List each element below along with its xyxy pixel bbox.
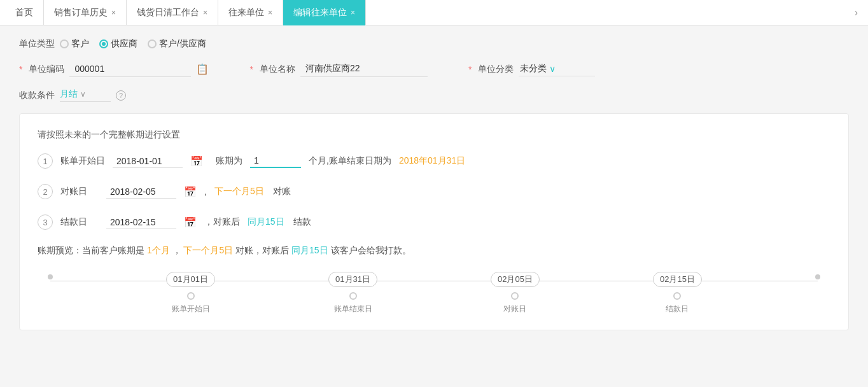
- timeline-right-dot: [815, 274, 820, 279]
- account-start-date-input[interactable]: [113, 155, 183, 168]
- tab-sales-history[interactable]: 销售订单历史 ×: [44, 0, 127, 25]
- reconcile-date-input[interactable]: [106, 185, 176, 199]
- tab-sales-history-label: 销售订单历史: [54, 7, 108, 18]
- unit-type-row: 单位类型 客户 供应商 客户/供应商: [19, 38, 849, 50]
- timeline-dot-4: [673, 292, 681, 300]
- preview-section: 账期预览：当前客户账期是 1个月 ， 下一个月5日 对账，对账后 同月15日 该…: [38, 245, 830, 257]
- radio-customer-label: 客户: [71, 38, 89, 50]
- settlement-highlight: 同月15日: [248, 216, 284, 228]
- unit-category-field: * 单位分类 未分类 ∨: [468, 62, 595, 76]
- unit-code-required-star: *: [19, 64, 22, 74]
- payment-terms-value: 月结: [60, 88, 78, 100]
- payment-terms-row: 收款条件 月结 ∨ ?: [19, 88, 849, 102]
- tab-partner-unit-label: 往来单位: [228, 7, 264, 18]
- setting-row-1-num: 1: [38, 153, 53, 169]
- settlement-post-text: 结款: [293, 216, 311, 228]
- unit-name-label: 单位名称: [260, 64, 295, 75]
- tab-partner-unit[interactable]: 往来单位 ×: [218, 0, 283, 25]
- unit-code-input[interactable]: [69, 61, 191, 77]
- timeline-date-1: 01月01日: [166, 272, 215, 287]
- tabs-scroll-right[interactable]: ›: [850, 7, 863, 18]
- tab-edit-partner[interactable]: 编辑往来单位 ×: [283, 0, 366, 25]
- radio-both-circle: [148, 39, 157, 48]
- unit-category-select[interactable]: 未分类 ∨: [519, 62, 595, 76]
- unit-code-icon[interactable]: 📋: [196, 63, 209, 75]
- payment-terms-arrow-icon: ∨: [80, 90, 86, 99]
- unit-category-label: 单位分类: [478, 64, 514, 75]
- unit-type-field: 单位类型 客户 供应商 客户/供应商: [19, 38, 206, 50]
- preview-part2: 下一个月5日: [183, 245, 233, 255]
- tabs-bar: 首页 销售订单历史 × 钱货日清工作台 × 往来单位 × 编辑往来单位 × ›: [0, 0, 868, 25]
- setting-row-1-label: 账单开始日: [60, 155, 105, 167]
- radio-customer[interactable]: 客户: [60, 38, 89, 50]
- unit-type-radio-group: 客户 供应商 客户/供应商: [60, 38, 206, 50]
- payment-terms-select[interactable]: 月结 ∨: [60, 88, 111, 102]
- timeline-item-2: 01月31日 账单结束日: [328, 272, 377, 314]
- settlement-pre-text: ，对账后: [204, 216, 240, 228]
- timeline-dot-3: [511, 292, 519, 300]
- settlement-cal-icon[interactable]: 📅: [184, 216, 197, 229]
- payment-terms-field: 收款条件 月结 ∨ ?: [19, 88, 126, 102]
- timeline-item-4: 02月15日 结款日: [653, 272, 702, 314]
- unit-name-required-star: *: [249, 64, 253, 74]
- timeline-date-2: 01月31日: [328, 272, 377, 287]
- tab-home-label: 首页: [15, 7, 33, 18]
- unit-name-input[interactable]: [300, 61, 428, 77]
- tab-cash-work-close[interactable]: ×: [203, 8, 207, 17]
- radio-both-label: 客户/供应商: [159, 38, 206, 50]
- timeline-date-4: 02月15日: [653, 272, 702, 287]
- preview-sep1: ，: [172, 245, 181, 255]
- unit-category-arrow: ∨: [549, 64, 556, 74]
- period-value-input[interactable]: [250, 154, 301, 168]
- timeline-container: 01月01日 账单开始日 01月31日 账单结束日 02月05日 对账日: [38, 272, 830, 314]
- payment-terms-label: 收款条件: [19, 90, 55, 101]
- tab-cash-work-label: 钱货日清工作台: [137, 7, 199, 18]
- preview-part3: 同月15日: [291, 245, 328, 255]
- payment-terms-help-icon[interactable]: ?: [116, 90, 126, 101]
- period-mid-text: 账期为: [216, 155, 242, 167]
- timeline-caption-4: 结款日: [666, 304, 689, 314]
- preview-prefix: 账期预览：当前客户账期是: [38, 245, 144, 255]
- preview-sep2: 对账，对账后: [235, 245, 289, 255]
- unit-category-value: 未分类: [520, 63, 547, 74]
- timeline-caption-1: 账单开始日: [172, 304, 210, 314]
- main-content: 单位类型 客户 供应商 客户/供应商 * 单位编码: [0, 25, 868, 343]
- reconcile-post-text: 对账: [273, 186, 291, 197]
- tab-cash-work[interactable]: 钱货日清工作台 ×: [127, 0, 218, 25]
- setting-row-2: 2 对账日 📅 , 下一个月5日 对账: [38, 184, 830, 199]
- timeline-caption-3: 对账日: [503, 304, 526, 314]
- setting-row-3-label: 结款日: [60, 216, 99, 228]
- setting-row-2-label: 对账日: [60, 186, 99, 197]
- unit-code-label: 单位编码: [29, 64, 64, 75]
- reconcile-pre-text: ,: [204, 186, 207, 197]
- reconcile-cal-icon[interactable]: 📅: [184, 186, 197, 198]
- radio-supplier[interactable]: 供应商: [99, 38, 137, 50]
- period-unit-text: 个月,账单结束日期为: [309, 155, 391, 167]
- tab-edit-partner-close[interactable]: ×: [351, 8, 355, 17]
- reconcile-highlight: 下一个月5日: [214, 186, 264, 197]
- setting-row-1: 1 账单开始日 📅 账期为 个月,账单结束日期为 2018年01月31日: [38, 153, 830, 169]
- setting-row-3-num: 3: [38, 215, 53, 230]
- tab-edit-partner-label: 编辑往来单位: [293, 7, 347, 18]
- card-instruction: 请按照未来的一个完整帐期进行设置: [38, 129, 830, 141]
- timeline-dot-1: [187, 292, 195, 300]
- timeline-item-1: 01月01日 账单开始日: [166, 272, 215, 314]
- timeline-dot-2: [349, 292, 357, 300]
- preview-suffix: 该客户会给我打款。: [331, 245, 411, 255]
- account-start-cal-icon[interactable]: 📅: [190, 155, 203, 167]
- tab-home[interactable]: 首页: [5, 0, 44, 25]
- unit-code-field: * 单位编码 📋: [19, 61, 209, 77]
- timeline-date-3: 02月05日: [491, 272, 540, 287]
- tab-sales-history-close[interactable]: ×: [111, 8, 116, 17]
- settlement-date-input[interactable]: [106, 216, 176, 229]
- radio-both[interactable]: 客户/供应商: [148, 38, 206, 50]
- radio-supplier-circle: [99, 39, 108, 48]
- setting-row-2-num: 2: [38, 184, 53, 199]
- settings-card: 请按照未来的一个完整帐期进行设置 1 账单开始日 📅 账期为 个月,账单结束日期…: [19, 113, 849, 330]
- radio-supplier-label: 供应商: [111, 38, 137, 50]
- timeline-left-dot: [48, 274, 53, 279]
- tab-partner-unit-close[interactable]: ×: [268, 8, 272, 17]
- account-end-date-highlight: 2018年01月31日: [399, 155, 465, 167]
- unit-type-label: 单位类型: [19, 38, 55, 50]
- unit-name-field: * 单位名称: [249, 61, 427, 77]
